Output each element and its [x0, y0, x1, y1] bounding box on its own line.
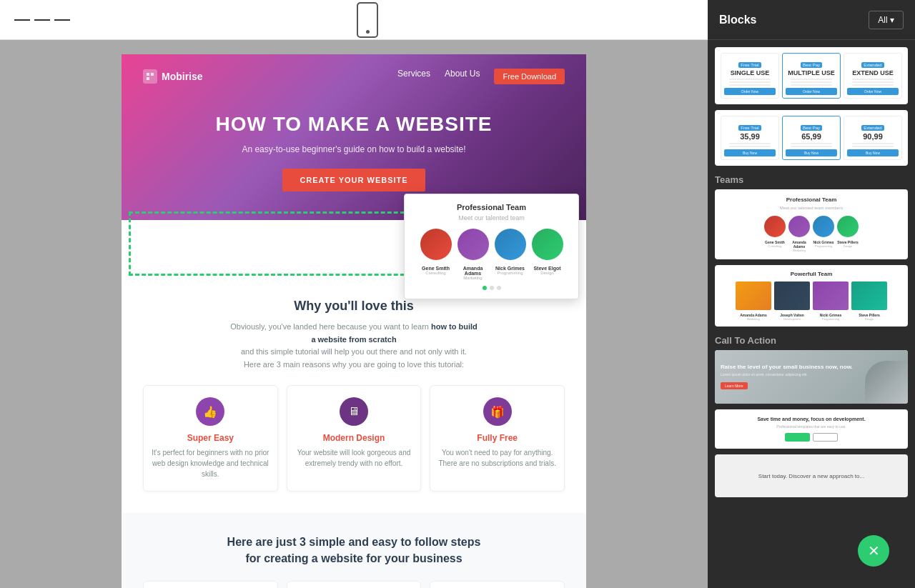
step-card-3: Publish your website [430, 581, 565, 588]
team2-img-2 [774, 281, 810, 310]
team-block-thumb-2[interactable]: Powerfull Team Amanda Adams Marketing Jo… [715, 265, 908, 327]
close-icon: ✕ [868, 544, 880, 558]
pricing-cols-2: Free Trial 35,99 Buy Now Best Pay 65,99 … [721, 116, 902, 160]
team-thumb-av-1 [764, 216, 786, 237]
team-thumb-sub-1: Meet our talented team members [721, 206, 902, 210]
nav-services[interactable]: Services [397, 69, 430, 84]
cta-block-thumb-3[interactable]: Start today. Discover a new approach to.… [715, 454, 908, 497]
phone-dot [366, 30, 370, 34]
team-thumb-member-1: Gene Smith Consulting [764, 240, 786, 252]
team-thumb-1-inner: Professional Team Meet our talented team… [715, 189, 908, 259]
team-thumb-names-1: Gene Smith Consulting Amanda Adams Marke… [721, 240, 902, 252]
cta-heading-1: Raise the level of your small business n… [721, 364, 853, 370]
pricing-block-thumb-2[interactable]: Free Trial 35,99 Buy Now Best Pay 65,99 … [715, 110, 908, 166]
cta-thumb-2-inner: Save time and money, focus on developmen… [715, 409, 908, 449]
team-member-3-name: Nick Grimes [495, 266, 526, 271]
panel-header: Blocks All ▾ [708, 0, 915, 40]
team2-title: Powerfull Team [721, 271, 902, 277]
logo-text: Mobirise [162, 71, 203, 82]
team-block-thumb-1[interactable]: Professional Team Meet our talented team… [715, 189, 908, 259]
panel-title: Blocks [719, 14, 756, 26]
team-avatars [413, 229, 570, 260]
team-member-3-role: Programming [495, 271, 526, 275]
cta-thumb-1-inner: Raise the level of your small business n… [715, 350, 908, 404]
hamburger-icon [34, 19, 50, 21]
all-filter-label: All ▾ [878, 15, 894, 25]
feature-title-1: Super Easy [151, 433, 270, 443]
feature-desc-1: It's perfect for beginners with no prior… [151, 447, 270, 479]
hamburger-menu[interactable] [14, 17, 70, 23]
team-avatar-2 [458, 229, 489, 260]
cta-image-1 [865, 361, 908, 404]
right-panel: Blocks All ▾ Free Trial SINGLE USE Order… [708, 0, 915, 588]
team-thumb-title-1: Professional Team [721, 196, 902, 203]
team-thumb-avatars-1 [721, 216, 902, 237]
team-thumb-member-3: Nick Grimes Programming [813, 240, 834, 252]
steps-section: Here are just 3 simple and easy to follo… [122, 513, 586, 588]
hamburger-icon [54, 19, 70, 21]
carousel-dot-3[interactable] [497, 286, 501, 290]
cta2-btn-secondary[interactable] [813, 433, 838, 442]
team2-img-3 [813, 281, 849, 310]
nav-bar: Mobirise Services About Us Free Download [143, 69, 565, 84]
team-member-2: Amanda Adams Marketing [458, 266, 489, 280]
main-area: Mobirise Services About Us Free Download… [0, 0, 708, 588]
cta-block-thumb-2[interactable]: Save time and money, focus on developmen… [715, 409, 908, 449]
team-member-4: Steve Elgot Design [532, 266, 563, 280]
nav-download-btn[interactable]: Free Download [494, 69, 565, 84]
team-thumb-av-2 [788, 216, 810, 237]
nav-about[interactable]: About Us [445, 69, 480, 84]
cta2-btn-primary[interactable] [785, 433, 810, 442]
svg-rect-2 [147, 77, 149, 80]
feature-card-3: 🎁 Fully Free You won't need to pay for a… [430, 385, 565, 492]
team2-member-3: Nicki Grimes Programming [813, 313, 849, 321]
panel-content: Free Trial SINGLE USE Order Now Best Pay… [708, 40, 915, 542]
team-popup-sub: Meet our talented team [413, 214, 570, 221]
team2-names: Amanda Adams Marketing Joseph Valten Dev… [721, 313, 902, 321]
carousel-dot-2[interactable] [490, 286, 494, 290]
cta-text-1: Raise the level of your small business n… [721, 364, 853, 390]
pricing-block-thumb-1[interactable]: Free Trial SINGLE USE Order Now Best Pay… [715, 47, 908, 104]
feature-icon-1: 👍 [196, 397, 224, 426]
team-carousel-dots [413, 286, 570, 290]
team-avatar-3 [495, 229, 526, 260]
team-member-4-name: Steve Elgot [532, 266, 563, 271]
team-member-3: Nick Grimes Programming [495, 266, 526, 280]
cta-sub-1: Lorem ipsum dolor sit amet, consectetur … [721, 372, 853, 377]
close-button[interactable]: ✕ [858, 535, 889, 567]
feature-title-3: Fully Free [437, 433, 557, 443]
team-thumb-av-4 [837, 216, 859, 237]
carousel-dot-1[interactable] [483, 286, 487, 290]
pricing-cols: Free Trial SINGLE USE Order Now Best Pay… [721, 53, 902, 99]
step-card-1: Choose a template [143, 581, 278, 588]
step-card-2: Customize your project [287, 581, 422, 588]
steps-title: Here are just 3 simple and easy to follo… [143, 534, 565, 567]
nav-links: Services About Us Free Download [397, 69, 565, 84]
hero-cta-button[interactable]: CREATE YOUR WEBSITE [282, 169, 425, 191]
all-filter-button[interactable]: All ▾ [869, 11, 904, 29]
hero-subtitle: An easy-to-use beginner's guide on how t… [143, 144, 565, 154]
team-member-2-role: Marketing [458, 276, 489, 280]
team2-member-2: Joseph Valten Development [774, 313, 810, 321]
feature-icon-3: 🎁 [483, 397, 512, 426]
cta-block-thumb-1[interactable]: Raise the level of your small business n… [715, 350, 908, 404]
team2-row [721, 281, 902, 310]
hero-title: HOW TO MAKE A WEBSITE [143, 113, 565, 136]
team2-img-1 [736, 281, 771, 310]
team2-member-1: Amanda Adams Marketing [736, 313, 771, 321]
feature-card-2: 🖥 Modern Design Your website will look g… [287, 385, 422, 492]
pricing-col-2-3: Extended 90,99 Buy Now [844, 116, 902, 160]
device-preview-toggle[interactable] [357, 2, 378, 38]
feature-icon-2: 🖥 [340, 397, 368, 426]
team2-member-4: Steve Pillers Design [851, 313, 887, 321]
team-names: Gene Smith Consulting Amanda Adams Marke… [413, 266, 570, 280]
features-list: 👍 Super Easy It's perfect for beginners … [143, 385, 565, 492]
svg-rect-1 [151, 73, 154, 76]
team-thumb-av-3 [813, 216, 834, 237]
team-thumb-2-inner: Powerfull Team Amanda Adams Marketing Jo… [715, 265, 908, 327]
team-popup: Professional Team Meet our talented team… [404, 194, 579, 299]
toolbar [0, 0, 708, 40]
svg-rect-0 [147, 73, 149, 76]
website-preview: Mobirise Services About Us Free Download… [122, 54, 586, 574]
pricing-thumb-2-inner: Free Trial 35,99 Buy Now Best Pay 65,99 … [715, 110, 908, 166]
